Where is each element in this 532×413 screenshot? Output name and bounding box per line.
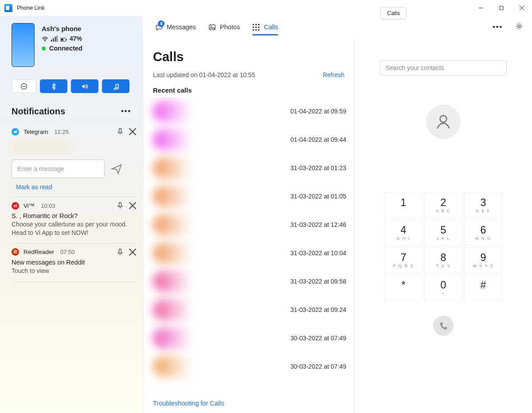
call-row[interactable]: 31-03-2022 at 10:04 (153, 239, 346, 267)
call-timestamp: 30-03-2022 at 07:49 (290, 363, 346, 370)
device-connection: Connected (42, 45, 82, 52)
bluetooth-button[interactable] (40, 79, 67, 93)
call-row[interactable]: 01-04-2022 at 09:44 (153, 125, 346, 154)
dialpad-key-#[interactable]: #. (464, 275, 502, 300)
dialpad-key-2[interactable]: 2A B C (424, 192, 462, 218)
svg-point-21 (211, 26, 211, 27)
close-button[interactable] (512, 0, 532, 16)
device-image (12, 23, 35, 67)
dialer-panel: 1.2A B C3D E F4G H I5J K L6M N O7P Q R S… (355, 38, 532, 413)
svg-rect-8 (57, 36, 58, 42)
dismiss-icon[interactable] (129, 248, 137, 256)
refresh-link[interactable]: Refresh (323, 71, 344, 78)
call-timestamp: 31-03-2022 at 12:46 (290, 221, 346, 228)
svg-point-24 (258, 23, 259, 25)
tab-photos[interactable]: Photos (202, 19, 246, 35)
dialpad-icon (252, 23, 260, 31)
dialpad-key-number: 8 (441, 253, 446, 263)
notification-header: Telegram 11:25 (12, 128, 137, 136)
dialpad-key-6[interactable]: 6M N O (464, 220, 502, 245)
call-row[interactable]: 31-03-2022 at 01:23 (153, 154, 346, 182)
more-icon[interactable]: ••• (493, 23, 503, 31)
dialpad-key-3[interactable]: 3D E F (464, 192, 502, 218)
send-icon[interactable] (111, 163, 122, 175)
call-row[interactable]: 31-03-2022 at 01:05 (153, 182, 346, 210)
dismiss-icon[interactable] (129, 202, 137, 210)
call-row[interactable]: 01-04-2022 at 09:59 (153, 97, 346, 125)
notification-item[interactable]: R RedReader 07:50 New messages on Reddit… (12, 244, 137, 282)
notification-body: Choose your callertune as per your mood.… (12, 220, 137, 237)
dialpad-key-0[interactable]: 0+ (424, 275, 462, 300)
titlebar-left: Phone Link (4, 4, 45, 12)
battery-percent: 47% (70, 35, 82, 42)
dnd-button[interactable] (12, 79, 36, 93)
app: Ash's phone 47% Connected Notificatio (0, 16, 532, 413)
svg-rect-5 (51, 40, 52, 42)
svg-point-27 (258, 26, 259, 27)
tab-label: Calls (264, 23, 278, 31)
settings-icon[interactable] (515, 22, 523, 32)
dialpad-key-letters: A B C (436, 209, 450, 213)
call-row[interactable]: 31-03-2022 at 09:24 (153, 296, 346, 324)
dialpad-key-letters: P Q R S (393, 264, 414, 268)
window-controls (471, 0, 532, 16)
minimize-button[interactable] (471, 0, 491, 16)
svg-rect-7 (55, 37, 56, 42)
tabs: Calls 4 Messages Photos Calls ••• (143, 16, 532, 38)
notification-title: New messages on Reddit (12, 259, 137, 266)
call-contact-blurred (153, 129, 250, 150)
dialpad-key-*[interactable]: *. (384, 275, 422, 300)
notification-time: 10:03 (41, 203, 55, 209)
status-dot-icon (42, 47, 46, 51)
dialpad-key-8[interactable]: 8T U V (424, 247, 462, 273)
last-updated: Last updated on 01-04-2022 at 10:55 (153, 71, 255, 78)
pin-icon[interactable] (116, 128, 124, 136)
call-button[interactable] (433, 316, 454, 336)
notification-header: R RedReader 07:50 (12, 248, 137, 256)
dialpad-key-9[interactable]: 9W X Y Z (464, 247, 502, 273)
dialpad-key-number: 5 (441, 225, 446, 235)
call-row[interactable]: 31-03-2022 at 12:46 (153, 210, 346, 239)
music-button[interactable] (102, 79, 129, 93)
notification-blurred-content (10, 139, 72, 154)
dialpad-key-number: 1 (401, 198, 407, 208)
maximize-button[interactable] (491, 0, 512, 16)
call-row[interactable]: 30-03-2022 at 07:49 (153, 352, 346, 381)
notification-app: RedReader (23, 249, 54, 255)
svg-rect-11 (66, 39, 67, 40)
notification-item[interactable]: Telegram 11:25 Mark as read (12, 123, 137, 197)
mark-as-read-link[interactable]: Mark as read (12, 178, 137, 191)
call-timestamp: 31-03-2022 at 01:05 (290, 193, 346, 200)
search-contacts-input[interactable] (380, 60, 507, 75)
recent-calls-list[interactable]: 01-04-2022 at 09:5901-04-2022 at 09:4431… (143, 97, 354, 395)
troubleshoot-link[interactable]: Troubleshooting for Calls (143, 395, 354, 413)
pin-icon[interactable] (116, 248, 124, 256)
tab-messages[interactable]: 4 Messages (149, 19, 202, 35)
dialpad-key-7[interactable]: 7P Q R S (384, 247, 422, 273)
dialpad-key-5[interactable]: 5J K L (424, 220, 462, 245)
dialpad-key-number: 4 (401, 225, 407, 235)
device-stats: 47% (42, 35, 82, 42)
signal-icon (51, 36, 58, 41)
call-row[interactable]: 30-03-2022 at 07:49 (153, 324, 346, 352)
volume-button[interactable] (71, 79, 98, 93)
svg-point-4 (45, 41, 46, 42)
svg-point-23 (255, 23, 257, 25)
dialpad-key-4[interactable]: 4G H I (384, 220, 422, 245)
dialpad-key-1[interactable]: 1. (384, 192, 422, 218)
call-timestamp: 01-04-2022 at 09:59 (290, 108, 346, 115)
notification-title: S. , Romantic or Rock? (12, 212, 137, 219)
tab-calls[interactable]: Calls (246, 19, 284, 35)
call-contact-blurred (153, 186, 250, 207)
notification-item[interactable]: vi Vi™ 10:03 S. , Romantic or Rock? Choo… (12, 197, 137, 244)
device-name: Ash's phone (42, 25, 82, 32)
svg-point-31 (518, 25, 520, 27)
call-row[interactable]: 31-03-2022 at 09:58 (153, 267, 346, 296)
dialpad-key-number: 7 (401, 253, 407, 263)
messages-badge: 4 (158, 20, 164, 27)
notifications-more-button[interactable]: ••• (118, 105, 134, 117)
notifications-list: Telegram 11:25 Mark as read vi Vi™ (0, 121, 143, 282)
pin-icon[interactable] (116, 202, 124, 210)
dismiss-icon[interactable] (129, 128, 137, 136)
reply-input[interactable] (12, 160, 105, 178)
